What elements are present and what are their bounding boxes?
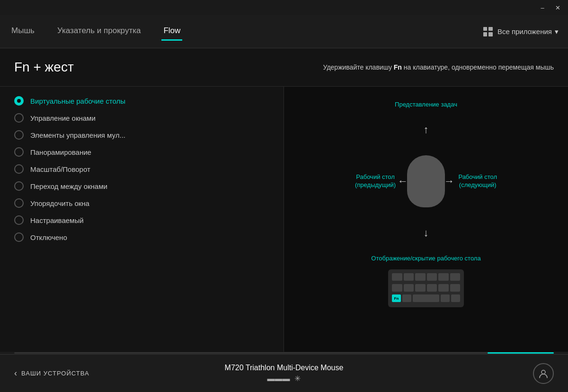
two-column-layout: Виртуальные рабочие столы Управление окн… bbox=[0, 87, 568, 352]
scroll-thumb[interactable] bbox=[488, 352, 554, 354]
option-label-window-management: Управление окнами bbox=[30, 114, 96, 122]
gesture-label-right: Рабочий стол (следующий) bbox=[458, 173, 497, 189]
gesture-diagram: Представление задач ↑ Рабочий стол (пред… bbox=[355, 101, 497, 262]
radio-media-controls bbox=[14, 130, 24, 140]
option-media-controls[interactable]: Элементы управления мул... bbox=[14, 130, 269, 140]
kb-key bbox=[392, 273, 402, 281]
kb-key-space bbox=[413, 294, 440, 302]
radio-virtual-desktops bbox=[14, 96, 24, 106]
tab-mouse[interactable]: Мышь bbox=[9, 22, 36, 41]
kb-key bbox=[451, 294, 460, 302]
left-panel: Виртуальные рабочие столы Управление окн… bbox=[0, 87, 284, 352]
kb-key bbox=[402, 294, 411, 302]
gesture-label-left: Рабочий стол (предыдущий) bbox=[355, 173, 396, 189]
tab-pointer[interactable]: Указатель и прокрутка bbox=[55, 22, 143, 41]
minimize-button[interactable]: – bbox=[536, 3, 549, 12]
option-window-management[interactable]: Управление окнами bbox=[14, 113, 269, 123]
option-panorama[interactable]: Панорамирование bbox=[14, 147, 269, 157]
keyboard-section: Fn bbox=[298, 269, 554, 307]
mouse-body bbox=[407, 155, 445, 207]
option-label-switch-windows: Переход между окнами bbox=[30, 182, 107, 190]
header-section: Fn + жест Удерживайте клавишу Fn на клав… bbox=[0, 48, 568, 87]
option-switch-windows[interactable]: Переход между окнами bbox=[14, 181, 269, 191]
nav-tabs: Мышь Указатель и прокрутка Flow bbox=[9, 22, 483, 41]
kb-key bbox=[438, 273, 449, 281]
option-label-scale-rotate: Масштаб/Поворот bbox=[30, 165, 90, 173]
scroll-bar bbox=[14, 352, 554, 354]
tab-flow[interactable]: Flow bbox=[161, 22, 182, 41]
back-arrow-icon: ‹ bbox=[14, 368, 18, 378]
main-content: Fn + жест Удерживайте клавишу Fn на клав… bbox=[0, 48, 568, 354]
kb-key bbox=[415, 284, 426, 292]
radio-disabled bbox=[14, 232, 24, 242]
option-label-panorama: Панорамирование bbox=[30, 148, 91, 156]
option-label-virtual-desktops: Виртуальные рабочие столы bbox=[30, 97, 125, 105]
header-title: Fn + жест bbox=[14, 60, 74, 75]
device-info: M720 Triathlon Multi-Device Mouse ▬▬▬ ✳ bbox=[225, 364, 344, 383]
radio-arrange-windows bbox=[14, 198, 24, 208]
arrow-up-icon: ↑ bbox=[424, 124, 429, 136]
nav-bar: Мышь Указатель и прокрутка Flow Все прил… bbox=[0, 15, 568, 48]
radio-custom bbox=[14, 215, 24, 225]
option-label-media-controls: Элементы управления мул... bbox=[30, 131, 125, 139]
option-disabled[interactable]: Отключено bbox=[14, 232, 269, 242]
gesture-label-bottom: Отображение/скрытие рабочего стола bbox=[371, 255, 480, 262]
bottom-bar: ‹ ВАШИ УСТРОЙСТВА M720 Triathlon Multi-D… bbox=[0, 354, 568, 392]
option-custom[interactable]: Настраиваемый bbox=[14, 215, 269, 225]
radio-window-management bbox=[14, 113, 24, 123]
kb-key bbox=[427, 273, 437, 281]
radio-scale-rotate bbox=[14, 164, 24, 174]
arrow-down-icon: ↓ bbox=[424, 227, 429, 239]
profile-icon bbox=[538, 368, 549, 379]
option-virtual-desktops[interactable]: Виртуальные рабочие столы bbox=[14, 96, 269, 106]
nav-right: Все приложения ▾ bbox=[483, 27, 559, 36]
all-apps-button[interactable]: Все приложения ▾ bbox=[497, 27, 559, 36]
device-name: M720 Triathlon Multi-Device Mouse bbox=[225, 364, 344, 372]
keyboard-illustration: Fn bbox=[388, 269, 464, 307]
kb-key bbox=[438, 284, 449, 292]
kb-key bbox=[404, 284, 414, 292]
arrow-left-icon: ← bbox=[398, 175, 408, 187]
option-scale-rotate[interactable]: Масштаб/Поворот bbox=[14, 164, 269, 174]
back-label: ВАШИ УСТРОЙСТВА bbox=[21, 370, 89, 377]
kb-key bbox=[392, 284, 402, 292]
kb-key bbox=[427, 284, 437, 292]
title-bar: – ✕ bbox=[0, 0, 568, 15]
battery-icon: ▬▬▬ bbox=[267, 374, 290, 383]
fn-key: Fn bbox=[392, 294, 401, 302]
connection-icon: ✳ bbox=[294, 374, 301, 383]
device-icons: ▬▬▬ ✳ bbox=[267, 374, 301, 383]
kb-key bbox=[404, 273, 414, 281]
header-description: Удерживайте клавишу Fn на клавиатуре, од… bbox=[323, 63, 554, 71]
kb-key bbox=[450, 284, 461, 292]
option-label-arrange-windows: Упорядочить окна bbox=[30, 199, 89, 207]
arrow-right-icon: → bbox=[444, 175, 454, 187]
radio-panorama bbox=[14, 147, 24, 157]
close-button[interactable]: ✕ bbox=[551, 3, 564, 12]
profile-button[interactable] bbox=[533, 363, 554, 384]
apps-grid-icon bbox=[483, 27, 493, 36]
option-arrange-windows[interactable]: Упорядочить окна bbox=[14, 198, 269, 208]
option-label-disabled: Отключено bbox=[30, 233, 67, 241]
right-panel: Представление задач ↑ Рабочий стол (пред… bbox=[284, 87, 568, 352]
kb-key bbox=[415, 273, 426, 281]
gesture-label-top: Представление задач bbox=[395, 101, 457, 108]
kb-key bbox=[450, 273, 461, 281]
back-button[interactable]: ‹ ВАШИ УСТРОЙСТВА bbox=[14, 368, 89, 378]
kb-key bbox=[441, 294, 450, 302]
option-label-custom: Настраиваемый bbox=[30, 216, 84, 224]
radio-switch-windows bbox=[14, 181, 24, 191]
svg-point-0 bbox=[541, 370, 545, 374]
